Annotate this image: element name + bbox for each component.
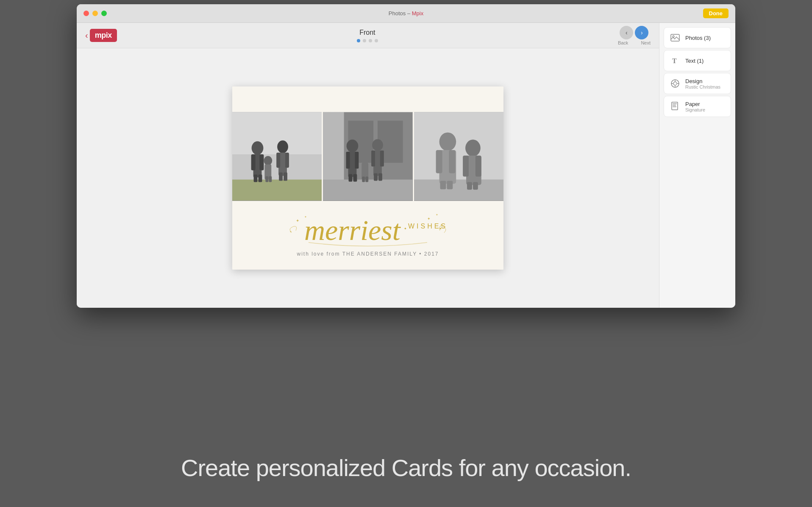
design-sublabel: Rustic Christmas: [685, 84, 726, 89]
minimize-button[interactable]: [92, 11, 98, 16]
svg-rect-53: [467, 182, 472, 190]
svg-rect-41: [414, 112, 503, 180]
text-icon: T: [669, 55, 681, 67]
back-label: Back: [618, 40, 628, 45]
svg-rect-72: [673, 105, 676, 106]
svg-rect-1: [232, 112, 322, 154]
next-nav-button[interactable]: ›: [635, 26, 648, 39]
sidebar-item-paper[interactable]: Paper Signature: [664, 96, 731, 117]
step-dot-2: [363, 39, 366, 42]
card-photo-3[interactable]: [413, 112, 503, 201]
card-subtitle: with love from THE ANDERSEN FAMILY • 201…: [297, 251, 439, 257]
step-dot-3: [369, 39, 372, 42]
svg-rect-46: [449, 150, 455, 173]
svg-rect-54: [473, 182, 478, 190]
design-icon: [669, 78, 681, 89]
svg-rect-14: [284, 173, 287, 181]
svg-rect-70: [672, 102, 678, 110]
svg-rect-28: [349, 174, 353, 182]
svg-rect-6: [259, 154, 264, 170]
card-text-area: ✦ ✦ ✦ ✦ ✦ ✦ merriest: [232, 201, 503, 270]
svg-rect-32: [371, 150, 375, 167]
sidebar-item-text[interactable]: T Text (1): [664, 50, 731, 71]
main-area: ‹ mpix Front ‹ ›: [77, 23, 659, 308]
close-button[interactable]: [83, 11, 89, 16]
design-label: Design: [685, 78, 726, 84]
content-area: ‹ mpix Front ‹ ›: [77, 23, 735, 308]
title-bar: Photos – Mpix Done: [77, 4, 735, 23]
sidebar-item-photos[interactable]: Photos (3): [664, 27, 731, 48]
card-text-decoration: ✦ ✦ ✦ ✦ ✦ ✦ merriest: [283, 209, 453, 248]
svg-rect-23: [323, 180, 412, 201]
done-button[interactable]: Done: [703, 8, 729, 18]
back-button[interactable]: ‹ mpix: [85, 29, 117, 42]
svg-text:T: T: [672, 57, 677, 64]
back-chevron-icon: ‹: [85, 31, 88, 40]
svg-rect-29: [353, 174, 357, 182]
svg-rect-5: [251, 154, 256, 170]
paper-sublabel: Signature: [685, 107, 726, 112]
svg-rect-39: [366, 177, 369, 182]
svg-point-49: [465, 139, 481, 156]
card-photos: [232, 112, 503, 201]
svg-rect-42: [414, 180, 503, 201]
svg-rect-52: [476, 156, 481, 177]
window-app-name: Mpix: [412, 10, 423, 17]
svg-rect-51: [463, 156, 469, 177]
card-preview-container: ✦ ✦ ✦ ✦ ✦ ✦ merriest: [224, 48, 512, 308]
photos-label: Photos (3): [685, 35, 726, 41]
svg-point-30: [372, 139, 383, 151]
step-dots: [357, 39, 378, 42]
svg-rect-35: [378, 173, 382, 181]
svg-rect-11: [276, 153, 280, 168]
svg-point-43: [439, 132, 456, 151]
nav-labels: Back Next: [618, 40, 651, 45]
svg-rect-33: [380, 150, 384, 167]
sidebar: Photos (3) T Text (1): [659, 23, 735, 308]
mpix-logo: mpix: [90, 29, 117, 42]
svg-rect-17: [265, 176, 268, 182]
card-photo-2[interactable]: [322, 112, 412, 201]
window-title: Photos – Mpix: [389, 10, 423, 17]
svg-rect-26: [346, 152, 350, 169]
svg-text:✦: ✦: [296, 218, 299, 223]
top-bar: ‹ mpix Front ‹ ›: [77, 23, 659, 48]
svg-rect-45: [436, 150, 442, 173]
svg-rect-65: [671, 34, 679, 41]
svg-rect-7: [254, 175, 258, 182]
card-preview: ✦ ✦ ✦ ✦ ✦ ✦ merriest: [232, 86, 503, 270]
svg-rect-71: [673, 103, 677, 104]
svg-text:✦: ✦: [427, 217, 431, 221]
svg-rect-27: [355, 152, 359, 169]
svg-text:merriest: merriest: [304, 214, 401, 246]
traffic-lights: [83, 11, 107, 16]
step-title: Front: [359, 29, 375, 36]
nav-buttons: ‹ › Back Next: [618, 26, 651, 45]
text-label: Text (1): [685, 58, 726, 64]
svg-point-24: [347, 139, 359, 152]
svg-rect-13: [279, 173, 283, 181]
svg-point-36: [361, 154, 370, 163]
svg-rect-8: [259, 175, 262, 182]
back-nav-button[interactable]: ‹: [620, 26, 633, 39]
svg-rect-18: [269, 176, 272, 182]
card-photo-1[interactable]: [232, 112, 322, 201]
svg-rect-2: [232, 180, 322, 201]
svg-text:✦: ✦: [436, 213, 438, 216]
sidebar-item-design[interactable]: Design Rustic Christmas: [664, 73, 731, 94]
svg-rect-38: [362, 177, 365, 182]
svg-text:✦: ✦: [439, 227, 442, 231]
svg-point-69: [673, 82, 677, 85]
paper-icon: [669, 100, 681, 112]
svg-text:✦: ✦: [404, 227, 407, 231]
design-item-content: Design Rustic Christmas: [685, 78, 726, 89]
svg-rect-34: [374, 173, 378, 181]
paper-item-content: Paper Signature: [685, 101, 726, 112]
svg-rect-47: [440, 181, 446, 189]
svg-point-9: [277, 140, 288, 153]
step-dot-1: [357, 39, 360, 42]
maximize-button[interactable]: [101, 11, 107, 16]
svg-point-15: [264, 156, 272, 165]
photos-item-content: Photos (3): [685, 35, 726, 41]
title-separator: –: [407, 10, 412, 17]
